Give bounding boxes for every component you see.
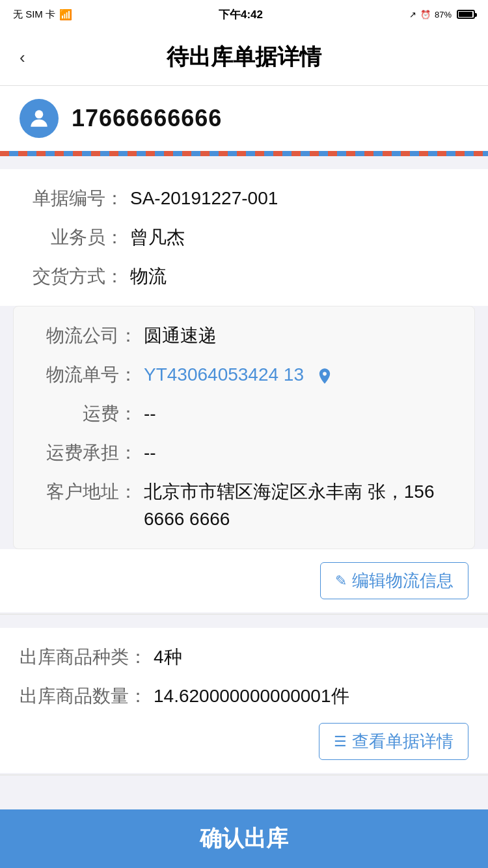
status-time: 下午4:42	[219, 7, 263, 22]
order-no-value: SA-20191227-001	[130, 185, 468, 212]
carrier-text: 无 SIM 卡	[13, 8, 55, 21]
goods-section: 出库商品种类： 4种 出库商品数量： 14.620000000000001件	[0, 628, 488, 716]
tracking-no-value: YT43064053424 13	[144, 361, 455, 388]
goods-type-label: 出库商品种类：	[20, 644, 147, 671]
address-row: 客户地址： 北京市市辖区海淀区永丰南 张，156 6666 6666	[33, 478, 455, 533]
back-button[interactable]: ‹	[13, 40, 32, 74]
wifi-icon: 📶	[59, 8, 72, 21]
view-detail-label: 查看单据详情	[352, 730, 454, 753]
address-label: 客户地址：	[33, 478, 137, 506]
freight-value: --	[144, 400, 455, 427]
freight-row: 运费： --	[33, 400, 455, 427]
sales-person-row: 业务员： 曾凡杰	[20, 224, 468, 251]
alarm-icon: ⏰	[420, 10, 431, 20]
confirm-button[interactable]: 确认出库	[0, 809, 488, 868]
delivery-method-value: 物流	[130, 263, 468, 290]
address-value: 北京市市辖区海淀区永丰南 张，156 6666 6666	[144, 478, 455, 533]
tracking-no-label: 物流单号：	[33, 361, 137, 388]
freight-bearer-row: 运费承担： --	[33, 439, 455, 467]
customer-phone: 17666666666	[72, 105, 222, 132]
battery-text: 87%	[435, 10, 452, 20]
page-title: 待出库单据详情	[167, 42, 321, 72]
goods-quantity-row: 出库商品数量： 14.620000000000001件	[20, 683, 468, 710]
goods-type-row: 出库商品种类： 4种	[20, 644, 468, 671]
edit-icon: ✎	[335, 573, 347, 590]
edit-logistics-label: 编辑物流信息	[352, 569, 454, 592]
logistics-company-value: 圆通速递	[144, 322, 455, 349]
order-info-section: 单据编号： SA-20191227-001 业务员： 曾凡杰 交货方式： 物流	[0, 169, 488, 306]
bottom-area: 确认出库	[0, 809, 488, 868]
status-bar: 无 SIM 卡 📶 下午4:42 ↗ ⏰ 87%	[0, 0, 488, 29]
sales-person-value: 曾凡杰	[130, 224, 468, 251]
goods-type-value: 4种	[154, 644, 468, 671]
status-right: ↗ ⏰ 87%	[409, 10, 475, 20]
nav-bar: ‹ 待出库单据详情	[0, 29, 488, 86]
edit-logistics-button[interactable]: ✎ 编辑物流信息	[320, 562, 468, 599]
logistics-card: 物流公司： 圆通速递 物流单号： YT43064053424 13 运费： --…	[13, 306, 475, 549]
section-divider-2	[0, 774, 488, 776]
location-service-icon: ↗	[409, 10, 416, 20]
view-detail-row: ☰ 查看单据详情	[0, 716, 488, 773]
user-icon	[27, 106, 51, 131]
delivery-method-row: 交货方式： 物流	[20, 263, 468, 290]
freight-bearer-value: --	[144, 439, 455, 467]
battery-icon	[457, 10, 475, 19]
order-no-row: 单据编号： SA-20191227-001	[20, 185, 468, 212]
location-pin-icon[interactable]	[316, 367, 334, 385]
confirm-label: 确认出库	[200, 824, 288, 854]
dashed-divider	[0, 151, 488, 156]
freight-label: 运费：	[33, 400, 137, 427]
tracking-no-row: 物流单号： YT43064053424 13	[33, 361, 455, 388]
order-no-label: 单据编号：	[20, 185, 124, 212]
avatar	[20, 99, 59, 138]
delivery-method-label: 交货方式：	[20, 263, 124, 290]
section-divider-1	[0, 614, 488, 615]
goods-quantity-label: 出库商品数量：	[20, 683, 147, 710]
freight-bearer-label: 运费承担：	[33, 439, 137, 467]
view-detail-button[interactable]: ☰ 查看单据详情	[319, 723, 468, 760]
status-left: 无 SIM 卡 📶	[13, 8, 72, 21]
svg-point-0	[35, 110, 44, 118]
logistics-company-row: 物流公司： 圆通速递	[33, 322, 455, 349]
goods-quantity-value: 14.620000000000001件	[154, 683, 468, 710]
sales-person-label: 业务员：	[20, 224, 124, 251]
edit-logistics-row: ✎ 编辑物流信息	[0, 549, 488, 612]
logistics-company-label: 物流公司：	[33, 322, 137, 349]
detail-icon: ☰	[334, 733, 347, 750]
customer-card: 17666666666	[0, 86, 488, 151]
